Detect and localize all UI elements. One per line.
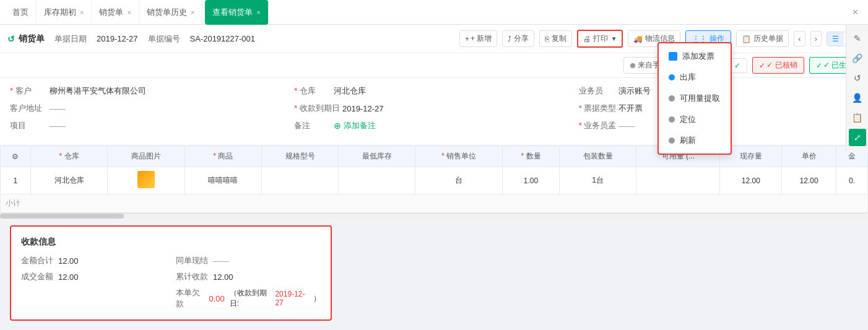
col-min-stock: 最低库存 xyxy=(339,146,415,167)
tab-sales-history-close[interactable]: × xyxy=(191,9,194,16)
transaction-label: 成交金额 xyxy=(21,271,53,282)
cell-unit: 台 xyxy=(415,167,503,194)
data-table: ⚙ 仓库 商品图片 商品 规格型号 最低库存 销售单位 数量 包装数量 可用量 … xyxy=(0,145,868,213)
customer-value: 柳州粤港平安气体有限公司 xyxy=(50,85,146,97)
staff-value: 演示账号 xyxy=(618,85,651,97)
locate-icon xyxy=(669,116,675,123)
dropdown-outbound[interactable]: 出库 xyxy=(659,67,731,88)
staff2-value: —— xyxy=(618,121,635,131)
col-product: 商品 xyxy=(184,146,261,167)
history-icon: 📋 xyxy=(742,35,751,43)
total-value: 12.00 xyxy=(58,256,79,266)
sidebar-expand-icon[interactable]: ⤢ xyxy=(849,129,866,146)
dropdown-add-invoice[interactable]: 添加发票 xyxy=(659,46,731,67)
refresh-icon xyxy=(669,137,675,144)
same-order-label: 同单现结 xyxy=(176,255,208,266)
arrears-item: 本单欠款 0.00 （收款到期日: 2019-12-27） xyxy=(176,287,321,310)
warehouse-value: 河北仓库 xyxy=(334,85,366,97)
add-note-icon: ⊕ xyxy=(334,121,341,131)
cell-spec xyxy=(261,167,338,194)
address-field: 客户地址 —— xyxy=(10,103,289,114)
sidebar-document-icon[interactable]: 📋 xyxy=(849,109,866,126)
available-qty-label: 可用量提取 xyxy=(680,93,720,104)
dropdown-locate[interactable]: 定位 xyxy=(659,109,731,130)
settings-icon: ⚙ xyxy=(12,152,19,161)
share-button[interactable]: ⤴ 分享 xyxy=(502,30,534,47)
sold-button[interactable]: ✓ ✓ 已核销 xyxy=(752,57,804,74)
ticket-label: 票据类型 xyxy=(579,103,617,114)
sidebar-link-icon[interactable]: 🔗 xyxy=(849,50,866,67)
cell-unit-price: 12.00 xyxy=(782,167,836,194)
tab-sales-close[interactable]: × xyxy=(127,9,131,16)
transaction-item: 成交金额 12.00 xyxy=(21,271,166,282)
prev-button[interactable]: ‹ xyxy=(794,31,805,46)
tab-home[interactable]: 首页 xyxy=(5,0,37,25)
dropdown-available-qty[interactable]: 可用量提取 xyxy=(659,88,731,109)
col-spec: 规格型号 xyxy=(261,146,338,167)
tab-sales-history[interactable]: 销货单历史 × xyxy=(139,0,202,25)
copy-button[interactable]: ⎘ 复制 xyxy=(539,30,572,47)
doc-info: ↺ 销货单 单据日期 2019-12-27 单据编号 SA-20191227-0… xyxy=(7,33,255,45)
tab-inventory[interactable]: 库存期初 × xyxy=(37,0,92,25)
col-settings[interactable]: ⚙ xyxy=(1,146,31,167)
payment-title: 收款信息 xyxy=(21,237,321,248)
print-dropdown-icon: ▼ xyxy=(610,35,617,42)
sidebar-user-icon[interactable]: 👤 xyxy=(849,89,866,106)
doc-date-value: 2019-12-27 xyxy=(97,34,138,43)
dropdown-refresh[interactable]: 刷新 xyxy=(659,130,731,151)
sidebar-edit-icon[interactable]: ✎ xyxy=(849,30,866,47)
right-sidebar: ✎ 🔗 ↺ 👤 📋 ⤢ xyxy=(846,25,868,151)
payment-box: 收款信息 金额合计 12.00 同单现结 —— 成交金额 12.00 累计收款 … xyxy=(10,225,332,321)
sidebar-refresh-icon[interactable]: ↺ xyxy=(849,69,866,87)
add-note-button[interactable]: ⊕ 添加备注 xyxy=(334,120,376,131)
tab-view-sales[interactable]: 查看销货单 × xyxy=(205,0,268,25)
data-table-container: ⚙ 仓库 商品图片 商品 规格型号 最低库存 销售单位 数量 包装数量 可用量 … xyxy=(0,145,868,213)
locate-label: 定位 xyxy=(680,114,696,125)
payment-grid: 金额合计 12.00 同单现结 —— 成交金额 12.00 累计收款 12.00… xyxy=(21,255,321,310)
col-qty: 数量 xyxy=(503,146,560,167)
doc-title-group: ↺ 销货单 xyxy=(7,33,45,45)
logistics-icon: 🚚 xyxy=(633,35,643,43)
scroll-thumb[interactable] xyxy=(0,214,124,219)
col-image: 商品图片 xyxy=(108,146,184,167)
product-image xyxy=(137,171,155,188)
tab-view-sales-close[interactable]: × xyxy=(256,9,260,16)
transaction-value: 12.00 xyxy=(58,272,79,282)
staff-label: 业务员 xyxy=(579,85,616,97)
new-button[interactable]: + + 新增 xyxy=(459,30,497,47)
cell-image xyxy=(108,167,184,194)
print-icon: 🖨 xyxy=(583,35,591,43)
subtotal-label: 小计 xyxy=(1,194,868,213)
col-unit-price: 单价 xyxy=(782,146,836,167)
arrears-note-end: ） xyxy=(313,293,321,304)
next-button[interactable]: › xyxy=(810,31,822,46)
cell-min-stock xyxy=(339,167,415,194)
cumulative-item: 累计收款 12.00 xyxy=(176,271,321,282)
tab-inventory-close[interactable]: × xyxy=(80,9,84,16)
table-header-row: ⚙ 仓库 商品图片 商品 规格型号 最低库存 销售单位 数量 包装数量 可用量 … xyxy=(1,146,868,167)
horizontal-scrollbar[interactable] xyxy=(0,213,868,218)
cell-pack-qty: 1台 xyxy=(559,167,636,194)
project-field: 项目 —— xyxy=(10,120,289,131)
arrears-label: 本单欠款 xyxy=(176,287,204,310)
list-view-button[interactable]: ☰ xyxy=(827,32,844,46)
cell-stock: 12.00 xyxy=(720,167,782,194)
staff2-label: 业务员孟 xyxy=(579,120,617,131)
tab-sales[interactable]: 销货单 × xyxy=(92,0,139,25)
customer-field: 客户 柳州粤港平安气体有限公司 xyxy=(10,85,289,97)
same-order-item: 同单现结 —— xyxy=(176,255,321,266)
note-field: 备注 ⊕ 添加备注 xyxy=(294,120,573,131)
print-button[interactable]: 🖨 打印 ▼ xyxy=(577,30,623,48)
phone-dot-icon xyxy=(630,63,635,68)
cell-amount: 0. xyxy=(836,167,867,194)
cell-no: 1 xyxy=(1,167,31,194)
window-close-button[interactable]: × xyxy=(848,7,863,18)
total-item: 金额合计 12.00 xyxy=(21,255,166,266)
total-label: 金额合计 xyxy=(21,255,53,266)
history-button[interactable]: 📋 历史单据 xyxy=(736,30,789,47)
project-label: 项目 xyxy=(10,120,47,131)
new-icon: + xyxy=(465,35,469,43)
project-value: —— xyxy=(50,121,66,131)
tab-bar: 首页 库存期初 × 销货单 × 销货单历史 × 查看销货单 × × xyxy=(0,0,868,25)
copy-icon: ⎘ xyxy=(545,35,549,43)
